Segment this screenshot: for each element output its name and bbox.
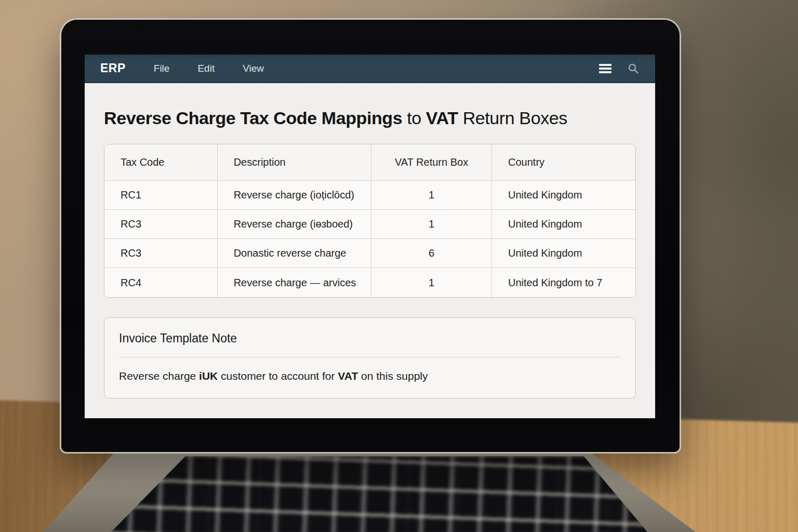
laptop-screen: ERP File Edit View Reverse Charge Tax Co… — [85, 55, 655, 418]
table-cell-tax-code: RC3 — [104, 210, 218, 239]
menu-icon[interactable] — [599, 63, 611, 74]
table-cell-description: Reverse charge (iɵɜboed) — [218, 210, 371, 239]
note-text-2: customer to account for — [218, 370, 338, 382]
table-cell-vat-box: 1 — [371, 210, 492, 239]
note-divider — [119, 357, 621, 357]
column-header-country: Country — [492, 144, 635, 181]
menu-bar: ERP File Edit View — [85, 55, 655, 83]
table-cell-vat-box: 1 — [371, 268, 492, 297]
note-bold-1: iUK — [199, 370, 218, 382]
laptop-base — [31, 443, 712, 532]
table-cell-country: United Kingdom to 7 — [492, 268, 635, 297]
table-cell-tax-code: RC4 — [104, 268, 218, 297]
title-text-1: to — [402, 108, 426, 128]
tax-code-mapping-table: Tax Code Description VAT Return Box Coun… — [104, 144, 636, 298]
title-bold-1: Reverse Charge Tax Code Mappings — [104, 108, 402, 128]
menu-item-edit[interactable]: Edit — [197, 63, 215, 74]
note-bold-2: VAT — [338, 370, 358, 382]
column-header-tax-code: Tax Code — [104, 144, 218, 181]
title-text-2: Return Boxes — [458, 108, 567, 128]
note-heading: Invoice Template Note — [119, 331, 621, 345]
column-header-description: Description — [218, 144, 371, 181]
table-cell-country: United Kingdom — [492, 181, 635, 210]
laptop: ERP File Edit View Reverse Charge Tax Co… — [0, 0, 798, 532]
app-logo: ERP — [100, 61, 126, 75]
note-text-3: on this supply — [358, 370, 428, 382]
invoice-template-note-card: Invoice Template Note Reverse charge iUK… — [104, 317, 636, 398]
menu-bar-actions — [599, 62, 640, 75]
menu-item-view[interactable]: View — [243, 63, 264, 74]
table-cell-description: Reverse charge — arvices — [218, 268, 371, 297]
table-cell-description: Reverse charge (ioțiclōcd) — [218, 181, 371, 210]
page-title: Reverse Charge Tax Code Mappings to VAT … — [104, 108, 636, 128]
table-cell-vat-box: 1 — [371, 181, 492, 210]
page-content: Reverse Charge Tax Code Mappings to VAT … — [85, 108, 655, 398]
title-bold-2: VAT — [426, 108, 458, 128]
table-cell-tax-code: RC3 — [104, 239, 218, 268]
menu-item-file[interactable]: File — [154, 63, 170, 74]
note-text-1: Reverse charge — [119, 370, 199, 382]
table-cell-country: United Kingdom — [492, 210, 635, 239]
note-body: Reverse charge iUK customer to account f… — [119, 370, 621, 382]
laptop-keyboard — [109, 456, 655, 532]
search-icon[interactable] — [627, 62, 640, 75]
column-header-vat-return-box: VAT Return Box — [371, 144, 492, 181]
table-cell-tax-code: RC1 — [104, 181, 218, 210]
table-cell-country: United Kingdom — [492, 239, 635, 268]
table-cell-description: Donastic reverse charge — [218, 239, 371, 268]
laptop-lid: ERP File Edit View Reverse Charge Tax Co… — [61, 20, 680, 452]
table-cell-vat-box: 6 — [371, 239, 492, 268]
main-menu: File Edit View — [154, 63, 264, 74]
